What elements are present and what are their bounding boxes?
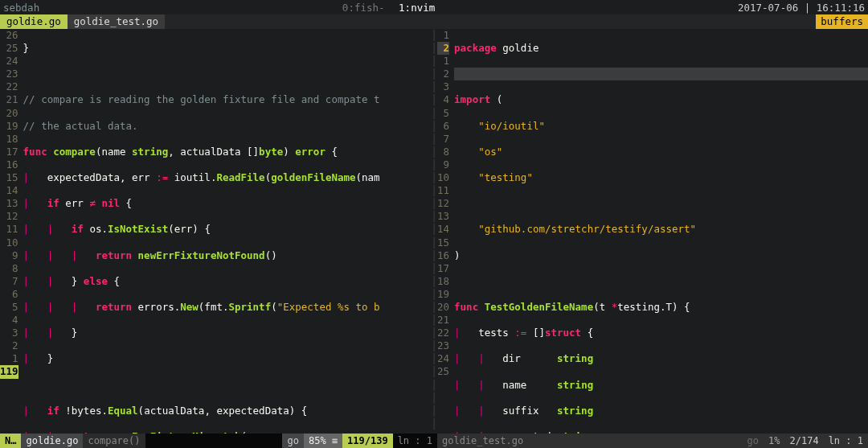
current-function: compare() xyxy=(83,434,145,448)
pane-divider[interactable]: │││││││││││││││││││││││││││││││ xyxy=(431,29,437,434)
percent-right: 1% xyxy=(764,434,784,448)
tmux-session-name: sebdah xyxy=(3,2,39,14)
gutter-right: 1 2 1 2 3 4 5 6 7 8 91011121314151617181… xyxy=(437,29,454,434)
buffers-badge[interactable]: buffers xyxy=(816,14,868,29)
column-position-right: ln : 1 xyxy=(824,434,868,448)
column-position: ln : 1 xyxy=(393,434,437,448)
tmux-status-bar: sebdah 0:fish- 1:nvim 2017-07-06 | 16:11… xyxy=(0,0,868,14)
line-position-right: 2/174 xyxy=(785,434,824,448)
statusline-left: N… goldie.go compare() go 85% ≡ 119/139 … xyxy=(0,434,437,448)
filetype: go xyxy=(282,434,303,448)
file-name: goldie.go xyxy=(21,434,83,448)
pane-left[interactable]: 26 25 24 23 22 21 20 19 18 17 16 15 14 1… xyxy=(0,29,431,434)
buffer-tab-bar: goldie.go goldie_test.go buffers xyxy=(0,14,868,29)
pane-right[interactable]: 1 2 1 2 3 4 5 6 7 8 91011121314151617181… xyxy=(437,29,868,434)
statusline-right: goldie_test.go go 1% 2/174 ln : 1 xyxy=(437,434,868,448)
tab-goldie-go[interactable]: goldie.go xyxy=(0,14,68,29)
gutter-left: 26 25 24 23 22 21 20 19 18 17 16 15 14 1… xyxy=(0,29,23,434)
mode-indicator: N… xyxy=(0,434,21,448)
percent: 85% ≡ xyxy=(304,434,342,448)
file-name-right: goldie_test.go xyxy=(437,434,743,448)
tmux-window-1[interactable]: 1:nvim xyxy=(399,2,435,14)
filetype-right: go xyxy=(743,434,764,448)
editor-panes: 26 25 24 23 22 21 20 19 18 17 16 15 14 1… xyxy=(0,29,868,434)
tmux-datetime: 2017-07-06 | 16:11:16 xyxy=(738,2,865,14)
tmux-windows[interactable]: 0:fish- 1:nvim xyxy=(39,2,738,14)
code-right[interactable]: package goldie import ( "io/ioutil" "os"… xyxy=(454,29,868,434)
tmux-window-0[interactable]: 0:fish- xyxy=(342,2,385,14)
status-bars: N… goldie.go compare() go 85% ≡ 119/139 … xyxy=(0,434,868,448)
line-position: 119/139 xyxy=(342,434,393,448)
code-left[interactable]: } // compare is reading the golden fixtu… xyxy=(23,29,431,434)
tab-goldie-test-go[interactable]: goldie_test.go xyxy=(68,14,165,29)
